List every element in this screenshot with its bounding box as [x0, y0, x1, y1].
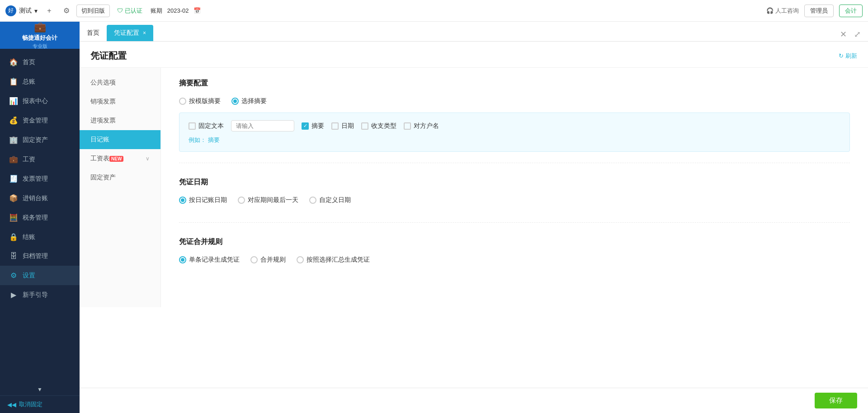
switch-old-version-button[interactable]: 切到旧版: [76, 5, 110, 17]
merge-single-radio[interactable]: [179, 256, 186, 263]
date-period-last-radio[interactable]: [238, 197, 245, 204]
company-name: 测试: [19, 7, 32, 15]
config-nav-purchase-invoice[interactable]: 进项发票: [80, 111, 160, 130]
summary-config-row: 固定文本 摘要 日期: [189, 120, 840, 131]
sidebar-item-finance[interactable]: 💰 资金管理: [0, 111, 80, 130]
cancel-fixed-button[interactable]: ◀◀ 取消固定: [0, 395, 80, 413]
tab-home-label: 首页: [87, 29, 99, 37]
tab-voucher-config[interactable]: 凭证配置 ×: [107, 25, 153, 41]
section-date: 凭证日期 按日记账日期 对应期间最后一天: [179, 178, 850, 223]
summary-template-radio[interactable]: [179, 98, 186, 105]
tab-close-button[interactable]: ×: [143, 30, 146, 36]
sidebar-item-assets[interactable]: 🏢 固定资产: [0, 130, 80, 150]
section-summary-title: 摘要配置: [179, 79, 850, 88]
summary-checkbox[interactable]: [302, 122, 309, 130]
sidebar-scroll-down[interactable]: ▼: [0, 384, 80, 395]
settings-button[interactable]: ⚙: [60, 5, 73, 17]
tabbar-actions: ✕ ⤢: [838, 28, 868, 41]
config-nav-sales-invoice[interactable]: 销项发票: [80, 92, 160, 111]
config-nav-payroll[interactable]: 工资表 NEW ∨: [80, 149, 160, 168]
counterparty-checkbox-label: 对方户名: [414, 122, 439, 130]
sidebar-label-report: 报表中心: [23, 97, 48, 105]
merge-rule-radio[interactable]: [250, 256, 258, 263]
date-journal-label: 按日记账日期: [189, 196, 227, 204]
merge-option-single[interactable]: 单条记录生成凭证: [179, 256, 240, 264]
config-nav-public-label: 公共选项: [90, 79, 116, 86]
company-selector[interactable]: 好 测试 ▾: [5, 5, 38, 16]
page-content: 凭证配置 ↻ 刷新 公共选项 销项发票: [80, 42, 868, 388]
merge-option-rule[interactable]: 合并规则: [250, 256, 286, 264]
example-prefix: 例如：: [189, 136, 206, 143]
config-nav-payroll-label: 工资表: [90, 155, 109, 163]
tab-voucher-config-label: 凭证配置: [114, 29, 139, 37]
merge-option-select[interactable]: 按照选择汇总生成凭证: [297, 256, 370, 264]
sidebar: 💼 畅捷通好会计 专业版 🏠 首页 📋 总账 📊 报表中心 💰 资金管理 �: [0, 22, 80, 413]
calendar-icon[interactable]: 📅: [193, 7, 201, 14]
summary-option-select[interactable]: 选择摘要: [231, 97, 267, 105]
counterparty-checkbox-item[interactable]: 对方户名: [404, 122, 439, 130]
expand-window-button[interactable]: ⤢: [852, 28, 863, 41]
shield-icon: 🛡: [117, 7, 123, 14]
date-option-journal[interactable]: 按日记账日期: [179, 196, 227, 204]
fixed-text-input[interactable]: [231, 120, 294, 131]
close-window-button[interactable]: ✕: [838, 28, 849, 41]
sidebar-item-home[interactable]: 🏠 首页: [0, 52, 80, 72]
save-button[interactable]: 保存: [815, 393, 857, 408]
sidebar-item-close[interactable]: 🔒 结账: [0, 227, 80, 247]
sidebar-label-ledger: 总账: [23, 78, 35, 86]
sidebar-item-settings[interactable]: ⚙ 设置: [0, 266, 80, 285]
date-option-custom[interactable]: 自定义日期: [309, 196, 351, 204]
config-nav-public[interactable]: 公共选项: [80, 73, 160, 92]
income-type-checkbox-label: 收支类型: [371, 122, 396, 130]
sidebar-item-report[interactable]: 📊 报表中心: [0, 91, 80, 111]
summary-checkbox-item[interactable]: 摘要: [302, 122, 324, 130]
new-badge: NEW: [109, 156, 123, 162]
sidebar-item-guide[interactable]: ▶ 新手引导: [0, 285, 80, 305]
date-custom-radio[interactable]: [309, 197, 316, 204]
merge-select-radio[interactable]: [297, 256, 304, 263]
sidebar-item-invoice[interactable]: 🧾 发票管理: [0, 169, 80, 188]
sidebar-item-archive[interactable]: 🗄 归档管理: [0, 247, 80, 266]
sidebar-item-ledger[interactable]: 📋 总账: [0, 72, 80, 91]
pin-icon: ◀◀: [7, 401, 16, 408]
expand-chevron-icon: ∨: [146, 155, 150, 162]
config-nav-fixed-assets[interactable]: 固定资产: [80, 168, 160, 187]
date-checkbox[interactable]: [331, 122, 339, 130]
config-nav: 公共选项 销项发票 进项发票 日记账 工资表: [80, 68, 161, 307]
config-main: 摘要配置 按模版摘要 选择摘要: [161, 68, 868, 307]
merge-radio-group: 单条记录生成凭证 合并规则 按照选择汇总生成凭证: [179, 256, 850, 264]
sidebar-item-purchase[interactable]: 📦 进销台账: [0, 188, 80, 208]
sidebar-item-salary[interactable]: 💼 工资: [0, 150, 80, 169]
fixed-text-label: 固定文本: [198, 122, 224, 130]
purchase-icon: 📦: [9, 194, 18, 202]
logo-text: 畅捷通好会计: [22, 34, 57, 42]
config-nav-fixed-assets-label: 固定资产: [90, 174, 116, 181]
user-button[interactable]: 管理员: [804, 5, 834, 17]
config-nav-sales-invoice-label: 销项发票: [90, 98, 116, 105]
accountant-button[interactable]: 会计: [839, 5, 863, 17]
assets-icon: 🏢: [9, 136, 18, 144]
main-layout: 💼 畅捷通好会计 专业版 🏠 首页 📋 总账 📊 报表中心 💰 资金管理 �: [0, 22, 868, 413]
income-type-checkbox[interactable]: [361, 122, 368, 130]
refresh-button[interactable]: ↻ 刷新: [839, 52, 857, 60]
counterparty-checkbox[interactable]: [404, 122, 411, 130]
fixed-text-checkbox-item[interactable]: 固定文本: [189, 122, 224, 130]
date-checkbox-item[interactable]: 日期: [331, 122, 354, 130]
fixed-text-checkbox[interactable]: [189, 122, 196, 130]
tab-home[interactable]: 首页: [80, 25, 107, 41]
payroll-expand: 工资表 NEW: [90, 155, 123, 163]
help-button[interactable]: 🎧 人工咨询: [766, 7, 799, 15]
sidebar-item-tax[interactable]: 🧮 税务管理: [0, 208, 80, 227]
add-button[interactable]: +: [43, 5, 56, 17]
dropdown-icon[interactable]: ▾: [34, 7, 38, 14]
sidebar-label-guide: 新手引导: [23, 291, 48, 299]
summary-select-radio[interactable]: [231, 98, 239, 105]
home-icon: 🏠: [9, 58, 18, 66]
topbar-status: 🛡 已认证 账期 2023-02 📅: [117, 7, 201, 15]
summary-option-template[interactable]: 按模版摘要: [179, 97, 221, 105]
sidebar-label-archive: 归档管理: [23, 252, 48, 260]
date-option-period-last[interactable]: 对应期间最后一天: [238, 196, 298, 204]
date-journal-radio[interactable]: [179, 197, 186, 204]
income-type-checkbox-item[interactable]: 收支类型: [361, 122, 396, 130]
config-nav-journal[interactable]: 日记账: [80, 130, 160, 149]
